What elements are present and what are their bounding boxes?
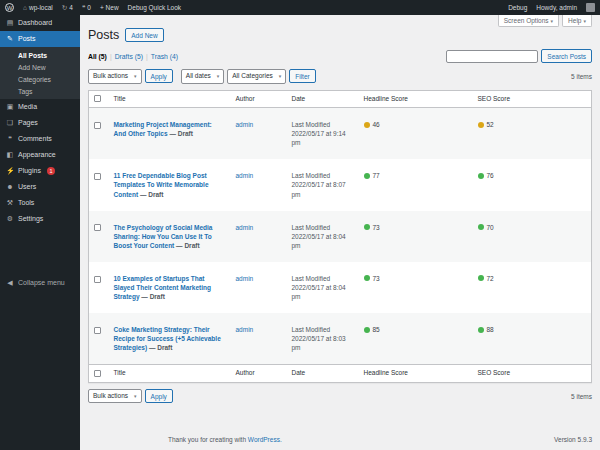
- all-dates-value: All dates: [186, 72, 211, 80]
- table-row: Marketing Project Management: And Other …: [89, 108, 592, 160]
- avatar[interactable]: [586, 3, 595, 12]
- sidebar-item-pages[interactable]: ❏ Pages: [0, 115, 80, 131]
- sidebar-item-label: Plugins: [18, 167, 41, 175]
- seo-score-dot-icon: [478, 275, 484, 281]
- admin-bar-comments-link[interactable]: ❝ 0: [82, 4, 91, 12]
- row-checkbox[interactable]: [94, 224, 101, 231]
- bulk-actions-select[interactable]: Bulk actions ▾: [88, 69, 142, 83]
- table-row: 10 Examples of Startups That Slayed Thei…: [89, 262, 592, 313]
- date-modified-value: 2022/05/17 at 8:03 pm: [292, 335, 346, 351]
- filter-button[interactable]: Filter: [289, 69, 315, 83]
- tablenav-top: Bulk actions ▾ Apply All dates ▾ All Cat…: [88, 69, 592, 83]
- headline-score-dot-icon: [364, 122, 370, 128]
- sidebar-item-appearance[interactable]: ◧ Appearance: [0, 147, 80, 163]
- view-all-link[interactable]: All (5): [88, 53, 107, 60]
- dashboard-icon: ▤: [6, 19, 14, 27]
- items-count: 5 items: [571, 73, 592, 80]
- headline-score-dot-icon: [364, 327, 370, 333]
- date-modified-label: Last Modified: [292, 326, 331, 333]
- column-header-title[interactable]: Title: [109, 90, 231, 107]
- appearance-icon: ◧: [6, 151, 14, 159]
- wordpress-logo-icon[interactable]: W: [5, 3, 14, 12]
- sidebar-item-label: Media: [18, 103, 37, 111]
- author-link[interactable]: admin: [236, 121, 254, 128]
- row-checkbox[interactable]: [94, 173, 101, 180]
- row-checkbox[interactable]: [94, 276, 101, 283]
- media-icon: ▣: [6, 103, 14, 111]
- column-header-headline-score: Headline Score: [359, 365, 473, 382]
- post-state: — Draft: [149, 344, 172, 351]
- updates-link[interactable]: ↻ 4: [62, 4, 73, 12]
- submenu-item-all-posts[interactable]: All Posts: [0, 49, 80, 61]
- views-row: All (5) | Drafts (5) | Trash (4) Search …: [88, 49, 592, 63]
- debug-quick-look-link[interactable]: Debug Quick Look: [128, 4, 181, 11]
- admin-footer: Thank you for creating with WordPress. V…: [168, 436, 592, 443]
- row-checkbox[interactable]: [94, 122, 101, 129]
- post-state: — Draft: [141, 293, 164, 300]
- headline-score-value: 73: [373, 275, 380, 282]
- headline-score-dot-icon: [364, 275, 370, 281]
- sidebar-item-dashboard[interactable]: ▤ Dashboard: [0, 15, 80, 31]
- search-posts-button[interactable]: Search Posts: [541, 49, 592, 63]
- author-link[interactable]: admin: [236, 172, 254, 179]
- column-header-author: Author: [231, 365, 287, 382]
- post-state: — Draft: [169, 130, 192, 137]
- seo-score-value: 70: [487, 224, 494, 231]
- column-header-seo-score: SEO Score: [473, 365, 592, 382]
- collapse-menu-button[interactable]: ◀ Collapse menu: [0, 275, 80, 291]
- seo-score-dot-icon: [478, 224, 484, 230]
- sidebar-item-users[interactable]: ☻ Users: [0, 179, 80, 195]
- sidebar-item-plugins[interactable]: ⚡ Plugins 1: [0, 163, 80, 179]
- apply-button[interactable]: Apply: [145, 69, 173, 83]
- date-modified-value: 2022/05/17 at 9:14 pm: [292, 130, 346, 146]
- date-modified-label: Last Modified: [292, 224, 331, 231]
- date-modified-value: 2022/05/17 at 8:07 pm: [292, 181, 346, 197]
- page-title-row: Posts Add New: [88, 28, 592, 42]
- row-checkbox[interactable]: [94, 327, 101, 334]
- view-filter-links: All (5) | Drafts (5) | Trash (4): [88, 53, 178, 60]
- headline-score-dot-icon: [364, 173, 370, 179]
- sidebar-item-label: Tools: [18, 199, 34, 207]
- help-tab[interactable]: Help ▾: [562, 15, 592, 27]
- sidebar-item-label: Comments: [18, 135, 52, 143]
- author-link[interactable]: admin: [236, 275, 254, 282]
- search-input[interactable]: [446, 50, 538, 63]
- footer-thanks: Thank you for creating with WordPress.: [168, 436, 282, 443]
- site-name-link[interactable]: ⌂ wp-local: [23, 4, 53, 11]
- date-modified-label: Last Modified: [292, 275, 331, 282]
- help-label: Help: [568, 17, 581, 24]
- debug-link[interactable]: Debug: [508, 4, 527, 11]
- all-categories-select[interactable]: All Categories ▾: [227, 69, 286, 83]
- bulk-actions-select[interactable]: Bulk actions ▾: [88, 389, 142, 403]
- all-categories-value: All Categories: [232, 72, 272, 80]
- view-trash-link[interactable]: Trash (4): [151, 53, 178, 60]
- column-header-date[interactable]: Date: [287, 365, 359, 382]
- column-header-title[interactable]: Title: [109, 365, 231, 382]
- submenu-item-add-new[interactable]: Add New: [0, 61, 80, 73]
- view-drafts-link[interactable]: Drafts (5): [115, 53, 143, 60]
- new-content-button[interactable]: + New: [100, 4, 119, 11]
- post-title-link[interactable]: Marketing Project Management: And Other …: [114, 121, 212, 137]
- wordpress-link[interactable]: WordPress.: [248, 436, 282, 443]
- select-all-checkbox[interactable]: [94, 95, 101, 102]
- apply-button[interactable]: Apply: [145, 389, 173, 403]
- submenu-item-tags[interactable]: Tags: [0, 85, 80, 97]
- comments-bubble-icon: ❝: [82, 4, 86, 12]
- author-link[interactable]: admin: [236, 326, 254, 333]
- select-all-checkbox[interactable]: [94, 370, 101, 377]
- sidebar-item-media[interactable]: ▣ Media: [0, 99, 80, 115]
- sidebar-item-comments[interactable]: ❝ Comments: [0, 131, 80, 147]
- howdy-account-link[interactable]: Howdy, admin: [536, 4, 577, 11]
- chevron-down-icon: ▾: [551, 18, 554, 24]
- post-state: — Draft: [176, 242, 199, 249]
- column-header-date[interactable]: Date: [287, 90, 359, 107]
- screen-options-tab[interactable]: Screen Options ▾: [498, 15, 559, 27]
- sidebar-item-posts[interactable]: ✎ Posts: [0, 31, 80, 47]
- add-new-button[interactable]: Add New: [125, 28, 163, 42]
- all-dates-select[interactable]: All dates ▾: [181, 69, 224, 83]
- sidebar-item-tools[interactable]: ⚒ Tools: [0, 195, 80, 211]
- sidebar-item-settings[interactable]: ⚙ Settings: [0, 211, 80, 227]
- author-link[interactable]: admin: [236, 224, 254, 231]
- table-header-row: Title Author Date Headline Score SEO Sco…: [89, 90, 592, 107]
- submenu-item-categories[interactable]: Categories: [0, 73, 80, 85]
